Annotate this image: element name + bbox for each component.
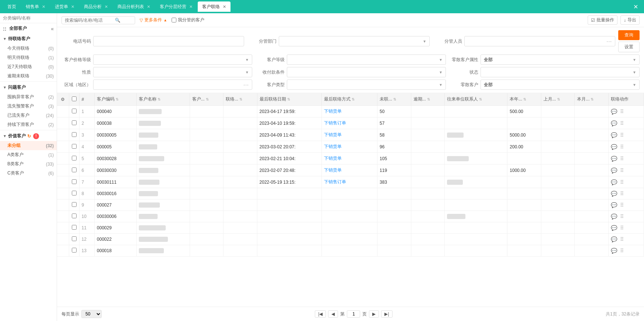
th-not-contacted[interactable]: 未联...⇅ bbox=[377, 93, 411, 106]
row-checkbox[interactable] bbox=[72, 236, 77, 241]
nature-select[interactable]: ▼ bbox=[93, 67, 252, 77]
retail-attr-select[interactable]: 全部 ▼ bbox=[481, 54, 640, 65]
grid-action-icon[interactable]: ⠿ bbox=[620, 202, 624, 208]
cell-checkbox[interactable] bbox=[69, 176, 79, 188]
message-icon[interactable]: 💬 bbox=[611, 225, 617, 231]
sidebar-item-declining[interactable]: 持续下滑客户 (2) bbox=[0, 120, 57, 129]
row-checkbox[interactable] bbox=[72, 120, 77, 125]
row-checkbox[interactable] bbox=[72, 191, 77, 195]
tab-goods-analysis-close[interactable]: ✕ bbox=[105, 4, 108, 9]
tab-customer-tier[interactable]: 客户分层经营 ✕ bbox=[155, 1, 197, 12]
my-customers-checkbox[interactable]: 我分管的客户 bbox=[172, 17, 204, 23]
tab-goods-analysis[interactable]: 商品分析 ✕ bbox=[80, 1, 112, 12]
problem-customers-group[interactable]: ▼ 问题客户 bbox=[0, 82, 57, 92]
sidebar-item-unclassified[interactable]: 未分组 (32) bbox=[0, 141, 57, 150]
dept-select[interactable]: ▼ bbox=[279, 36, 430, 46]
tab-home[interactable]: 首页 bbox=[3, 1, 21, 12]
grid-action-icon[interactable]: ⠿ bbox=[620, 179, 624, 185]
search-icon[interactable]: 🔍 bbox=[115, 18, 120, 23]
status-select[interactable]: ▼ bbox=[481, 67, 640, 77]
grid-action-icon[interactable]: ⠿ bbox=[620, 132, 624, 138]
next-page-button[interactable]: ▶ bbox=[369, 310, 379, 318]
row-checkbox[interactable] bbox=[72, 144, 77, 149]
tab-goods-analysis-list[interactable]: 商品分析列表 ✕ bbox=[113, 1, 155, 12]
sidebar-search-bar[interactable]: 🔍 bbox=[0, 13, 57, 23]
price-grade-select[interactable]: ▼ bbox=[93, 54, 252, 65]
sidebar-item-7days-pending[interactable]: 近7天待联络 (0) bbox=[0, 62, 57, 71]
th-contact[interactable]: 联络...⇅ bbox=[224, 93, 257, 106]
grid-action-icon[interactable]: ⠿ bbox=[620, 156, 624, 162]
contact-type-link[interactable]: 下销售订单 bbox=[324, 120, 346, 126]
grid-action-icon[interactable]: ⠿ bbox=[620, 236, 624, 242]
pending-contact-group[interactable]: ▼ 待联络客户 bbox=[0, 34, 57, 44]
message-icon[interactable]: 💬 bbox=[611, 120, 617, 126]
message-icon[interactable]: 💬 bbox=[611, 144, 617, 150]
th-last-contact-type[interactable]: 最后联络方式⇅ bbox=[321, 93, 377, 106]
row-checkbox[interactable] bbox=[72, 248, 77, 253]
region-select[interactable]: ··· bbox=[93, 80, 252, 90]
cell-checkbox[interactable] bbox=[69, 222, 79, 234]
settings-icon[interactable]: ⚙ bbox=[61, 97, 65, 102]
cust-type-select[interactable]: ▼ bbox=[287, 80, 446, 90]
tab-sales[interactable]: 销售单 ✕ bbox=[21, 1, 50, 12]
th-checkbox[interactable] bbox=[69, 93, 79, 106]
message-icon[interactable]: 💬 bbox=[611, 236, 617, 242]
grid-action-icon[interactable]: ⠿ bbox=[620, 167, 624, 173]
th-this-month[interactable]: 本月...⇅ bbox=[575, 93, 608, 106]
cell-checkbox[interactable] bbox=[69, 188, 79, 200]
first-page-button[interactable]: |◀ bbox=[315, 310, 326, 318]
cust-grade-select[interactable]: ▼ bbox=[287, 54, 446, 65]
row-checkbox[interactable] bbox=[72, 179, 77, 184]
page-size-select[interactable]: 50 20 100 bbox=[81, 310, 102, 318]
contact-type-link[interactable]: 下销货单 bbox=[324, 156, 342, 161]
tab-customer-contact[interactable]: 客户联络 ✕ bbox=[198, 1, 230, 12]
th-overdue[interactable]: 逾期...⇅ bbox=[411, 93, 444, 106]
sidebar-item-hoarding-abnormal[interactable]: 囤购异常客户 (2) bbox=[0, 92, 57, 102]
message-icon[interactable]: 💬 bbox=[611, 202, 617, 208]
message-icon[interactable]: 💬 bbox=[611, 167, 617, 173]
retail-cust-select[interactable]: 全部 ▼ bbox=[481, 80, 640, 90]
page-number-input[interactable] bbox=[347, 310, 360, 318]
row-checkbox[interactable] bbox=[72, 156, 77, 160]
cell-checkbox[interactable] bbox=[69, 200, 79, 211]
th-code[interactable]: 客户编码⇅ bbox=[95, 93, 137, 106]
grid-action-icon[interactable]: ⠿ bbox=[620, 191, 624, 197]
tab-purchase-close[interactable]: ✕ bbox=[71, 4, 74, 9]
th-type[interactable]: 客户...⇅ bbox=[190, 93, 223, 106]
message-icon[interactable]: 💬 bbox=[611, 156, 617, 162]
grid-action-icon[interactable]: ⠿ bbox=[620, 214, 624, 219]
my-customers-check[interactable] bbox=[172, 18, 176, 22]
sidebar-item-tomorrow-pending[interactable]: 明天待联络 (1) bbox=[0, 53, 57, 62]
row-checkbox[interactable] bbox=[72, 225, 77, 230]
grid-action-icon[interactable]: ⠿ bbox=[620, 248, 624, 254]
sidebar-item-class-c[interactable]: C类客户 (6) bbox=[0, 169, 57, 178]
row-checkbox[interactable] bbox=[72, 132, 77, 137]
cell-checkbox[interactable] bbox=[69, 117, 79, 129]
sidebar-item-churn-warning[interactable]: 流失预警客户 (3) bbox=[0, 102, 57, 111]
cell-checkbox[interactable] bbox=[69, 245, 79, 257]
all-customers-header[interactable]: :: 全部客户 « bbox=[0, 23, 57, 34]
sidebar-search-input[interactable] bbox=[3, 15, 57, 21]
message-icon[interactable]: 💬 bbox=[611, 132, 617, 138]
sidebar-item-overdue-contact[interactable]: 逾期未联络 (30) bbox=[0, 71, 57, 81]
th-name[interactable]: 客户名称⇅ bbox=[136, 93, 190, 106]
prev-page-button[interactable]: ◀ bbox=[328, 310, 338, 318]
sidebar-item-class-b[interactable]: B类客户 (33) bbox=[0, 159, 57, 169]
cell-checkbox[interactable] bbox=[69, 165, 79, 176]
close-all-button[interactable]: ✕ bbox=[630, 3, 641, 10]
tab-sales-close[interactable]: ✕ bbox=[42, 4, 45, 9]
th-unit-contact[interactable]: 往来单位联系人⇅ bbox=[445, 93, 507, 106]
search-box[interactable]: 🔍 bbox=[61, 16, 135, 24]
th-last-month[interactable]: 上月...⇅ bbox=[541, 93, 574, 106]
th-last-contact-date[interactable]: 最后联络日期⇅ bbox=[257, 93, 321, 106]
select-all-checkbox[interactable] bbox=[72, 96, 77, 101]
last-page-button[interactable]: ▶| bbox=[381, 310, 392, 318]
batch-operation-button[interactable]: ☑ 批量操作 bbox=[588, 15, 617, 25]
sidebar-item-churned[interactable]: 已流失客户 (24) bbox=[0, 111, 57, 120]
cell-checkbox[interactable] bbox=[69, 141, 79, 153]
export-button[interactable]: ↓ 导出 bbox=[620, 15, 640, 25]
tab-purchase[interactable]: 进货单 ✕ bbox=[50, 1, 79, 12]
cell-checkbox[interactable] bbox=[69, 153, 79, 165]
th-this-year[interactable]: 本年...⇅ bbox=[507, 93, 541, 106]
main-search-input[interactable] bbox=[65, 18, 113, 23]
